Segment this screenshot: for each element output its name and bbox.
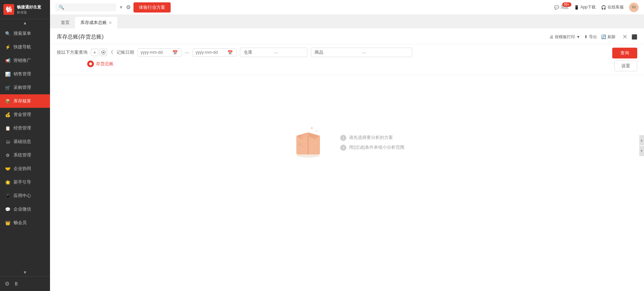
footer-settings-icon[interactable]: ⚙	[5, 281, 9, 287]
export-icon: ⬆	[584, 34, 588, 39]
right-scroll-down[interactable]: ▼	[639, 146, 644, 156]
online-service-icon: 🎧	[601, 5, 606, 10]
right-button-panel: 查询 设置	[612, 48, 637, 71]
query-button[interactable]: 查询	[612, 48, 637, 58]
filter-area: 按以下方案查询 + 《 记账日期	[50, 44, 644, 75]
goods-more-icon[interactable]: ···	[362, 50, 408, 55]
sidebar-scroll-up[interactable]: ▲	[0, 19, 50, 27]
empty-tip-1: 1 请先选择要分析的方案	[340, 135, 404, 141]
panel-close-button[interactable]: ✕	[622, 33, 627, 41]
topbar-search-input[interactable]	[66, 5, 106, 10]
topbar-search-area[interactable]: 🔍	[55, 3, 116, 11]
basic-icon: 🗂	[5, 139, 11, 145]
filter-add-button[interactable]: +	[91, 49, 98, 56]
app-center-icon: 📱	[5, 193, 11, 199]
date-start-input[interactable]: 📅	[138, 48, 181, 57]
sidebar-item-sales[interactable]: 📊 销售管理	[0, 67, 50, 81]
sidebar-item-app-center[interactable]: 📱 应用中心	[0, 189, 50, 202]
scheme-settings-icon	[101, 50, 106, 55]
filter-label: 按以下方案查询	[57, 49, 88, 55]
sidebar-item-basic[interactable]: 🗂 基础信息	[0, 135, 50, 148]
app-download-button[interactable]: 📱 App下载	[574, 4, 596, 10]
scheme-item[interactable]: 存货总账	[87, 60, 114, 67]
sidebar-item-operation[interactable]: 📋 经营管理	[0, 121, 50, 135]
logo-icon: 畅	[3, 4, 14, 15]
right-scroll-up[interactable]: ▲	[639, 135, 644, 145]
operation-icon: 📋	[5, 125, 11, 131]
trial-button[interactable]: 体验行业方案	[133, 2, 171, 13]
message-icon: 💬	[554, 5, 559, 10]
sidebar-item-wechat[interactable]: 💬 企业微信	[0, 202, 50, 216]
search-icon: 🔍	[5, 30, 11, 37]
filter-collapse-icon[interactable]: 《	[108, 49, 113, 55]
right-scroll-indicator: ▲ ▼	[639, 135, 644, 156]
tab-close-icon[interactable]: ✕	[109, 21, 112, 25]
refresh-button[interactable]: 🔄 刷新	[601, 34, 616, 40]
date-end-field[interactable]	[196, 50, 226, 55]
filter-top-row: 按以下方案查询 + 《 记账日期	[57, 48, 612, 57]
quick-nav-icon: ⚡	[5, 44, 11, 50]
print-dropdown-icon[interactable]: ▼	[576, 35, 580, 39]
finance-icon: 💰	[5, 112, 11, 118]
warehouse-select[interactable]: 仓库 ···	[240, 48, 307, 57]
member-icon: 👑	[5, 220, 11, 226]
sidebar-item-search[interactable]: 🔍 搜索菜单	[0, 27, 50, 40]
topbar-dropdown-icon[interactable]: ▼	[119, 5, 123, 10]
empty-box-svg: ✦ ✦	[290, 122, 327, 160]
refresh-icon: 🔄	[601, 34, 606, 39]
settings-button[interactable]: 设置	[614, 60, 637, 71]
empty-state: ✦ ✦ 1 请先选择要分析的方案 2 用[过滤]条件来缩小分析范围	[50, 75, 644, 210]
online-service-button[interactable]: 🎧 在线客服	[601, 4, 624, 10]
app-logo: 畅 畅捷通好生意 标准版	[0, 0, 50, 19]
tabs-bar: 首页 库存成本总账 ✕	[50, 15, 644, 28]
sidebar-item-enterprise[interactable]: 🤝 企业协同	[0, 162, 50, 175]
goods-select[interactable]: 商品 ···	[311, 48, 412, 57]
purchase-icon: 🛒	[5, 84, 11, 91]
sidebar-item-system[interactable]: ⚙ 系统管理	[0, 148, 50, 162]
page-header: 库存总账(存货总账) 🖨 按模板打印 ▼ ⬆ 导出 🔄 刷新 ✕ ⬛	[50, 28, 644, 44]
scheme-active-icon	[87, 60, 94, 67]
svg-point-6	[302, 146, 303, 147]
sidebar-scroll-down[interactable]: ▼	[0, 269, 50, 276]
calendar-start-icon[interactable]: 📅	[172, 50, 178, 55]
filter-left-panel: 按以下方案查询 + 《 记账日期	[57, 48, 612, 67]
enterprise-icon: 🤝	[5, 166, 11, 172]
warehouse-more-icon[interactable]: ···	[274, 50, 304, 55]
sidebar-item-newbie[interactable]: 🌟 新手引导	[0, 175, 50, 189]
page-content: 库存总账(存货总账) 🖨 按模板打印 ▼ ⬆ 导出 🔄 刷新 ✕ ⬛	[50, 28, 644, 291]
sales-icon: 📊	[5, 71, 11, 77]
page-header-actions: 🖨 按模板打印 ▼ ⬆ 导出 🔄 刷新 ✕ ⬛	[549, 33, 637, 41]
export-button[interactable]: ⬆ 导出	[584, 34, 597, 40]
sidebar-item-marketing[interactable]: 📢 营销推广	[0, 54, 50, 67]
topbar-settings-icon[interactable]: ⚙	[126, 4, 131, 10]
logo-text: 畅捷通好生意 标准版	[17, 4, 41, 15]
calendar-end-icon[interactable]: 📅	[227, 50, 233, 55]
filter-scheme-button[interactable]	[100, 49, 107, 56]
filter-action-buttons: + 《	[91, 49, 113, 56]
page-title: 库存总账(存货总账)	[57, 33, 104, 41]
footer-audio-icon[interactable]: ⏸	[14, 281, 19, 287]
sidebar: 畅 畅捷通好生意 标准版 ▲ 🔍 搜索菜单 ⚡ 快捷导航 📢 营销推广 📊 销售…	[0, 0, 50, 291]
tab-home[interactable]: 首页	[55, 17, 75, 28]
tip-number-2: 2	[340, 145, 346, 151]
sidebar-item-finance[interactable]: 💰 资金管理	[0, 108, 50, 121]
empty-illustration: ✦ ✦	[290, 122, 330, 163]
goods-label: 商品	[315, 49, 361, 55]
sidebar-item-quick-nav[interactable]: ⚡ 快捷导航	[0, 40, 50, 54]
sidebar-item-purchase[interactable]: 🛒 采购管理	[0, 81, 50, 94]
user-avatar[interactable]: Rit	[629, 3, 639, 12]
print-button[interactable]: 🖨 按模板打印 ▼	[549, 34, 580, 40]
sidebar-menu: 🔍 搜索菜单 ⚡ 快捷导航 📢 营销推广 📊 销售管理 🛒 采购管理 📦 库存核…	[0, 27, 50, 269]
date-end-input[interactable]: 📅	[193, 48, 237, 57]
topbar-left: 🔍 ▼ ⚙ 体验行业方案	[55, 2, 551, 13]
tab-inventory-ledger[interactable]: 库存成本总账 ✕	[75, 17, 117, 28]
sidebar-item-member[interactable]: 👑 畅会员	[0, 216, 50, 229]
scheme-label: 存货总账	[96, 61, 114, 67]
date-start-field[interactable]	[141, 50, 171, 55]
panel-expand-icon[interactable]: ⬛	[631, 34, 637, 40]
message-button[interactable]: 💬 消息 99+	[554, 4, 569, 10]
empty-tips: 1 请先选择要分析的方案 2 用[过滤]条件来缩小分析范围	[340, 135, 404, 151]
app-download-icon: 📱	[574, 5, 579, 10]
sidebar-footer: ⚙ ⏸	[0, 276, 50, 291]
sidebar-item-inventory[interactable]: 📦 库存核算	[0, 94, 50, 108]
